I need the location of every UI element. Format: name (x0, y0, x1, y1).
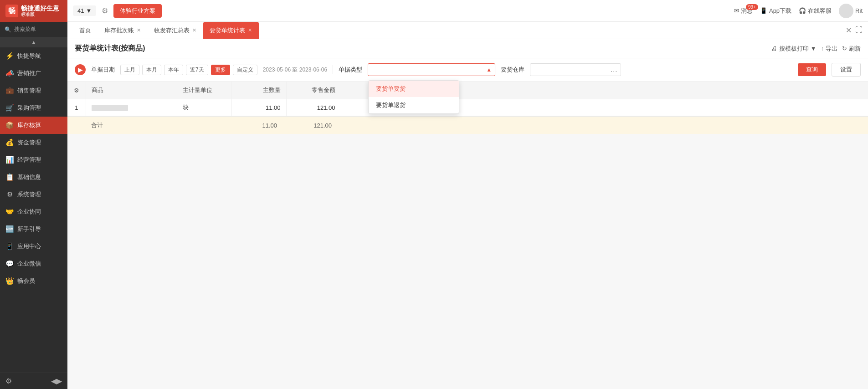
search-menu[interactable]: 🔍 搜索菜单 (0, 22, 67, 37)
quick-nav-icon: ⚡ (5, 52, 14, 60)
finance-icon: 💰 (5, 138, 14, 147)
purchase-icon: 🛒 (5, 104, 14, 112)
filter-divider (333, 65, 333, 74)
th-qty: 主数量 (231, 82, 286, 99)
btn-this-year[interactable]: 本年 (164, 65, 183, 75)
topbar: 41 ▼ ⚙ 体验行业方案 ✉ 消息 99+ 📱 App下载 🎧 在线客服 Ri… (67, 0, 868, 22)
enterprise-icon: 🤝 (5, 208, 14, 216)
sidebar-item-finance[interactable]: 💰 资金管理 (0, 134, 67, 151)
td-qty: 11.00 (231, 99, 286, 116)
company-selector[interactable]: 41 ▼ (73, 5, 96, 16)
warehouse-label: 要货仓库 (501, 66, 524, 74)
btn-this-month[interactable]: 本月 (142, 65, 161, 75)
operation-icon: 📊 (5, 156, 14, 164)
sidebar-item-guide[interactable]: 🆕 新手引导 (0, 220, 67, 238)
member-icon: 👑 (5, 277, 14, 285)
sidebar-item-enterprise[interactable]: 🤝 企业协同 (0, 203, 67, 220)
date-range-display: 2023-05-06 至 2023-06-06 (263, 66, 327, 74)
refresh-btn[interactable]: ↻ 刷新 (842, 45, 861, 53)
summary-label: 合计 (73, 121, 228, 129)
type-select-wrapper: ▲ (368, 63, 495, 76)
sidebar-item-appstore[interactable]: 📱 应用中心 (0, 238, 67, 255)
goods-placeholder (92, 105, 128, 111)
warehouse-more-icon[interactable]: … (610, 66, 617, 74)
phone-icon: 📱 (760, 7, 767, 14)
tab-inventory-batch[interactable]: 库存批次账 ✕ (98, 22, 148, 39)
sidebar-item-purchase[interactable]: 🛒 采购管理 (0, 99, 67, 117)
tab-close-order-stats[interactable]: ✕ (248, 27, 252, 33)
btn-custom-date[interactable]: 自定义 (233, 65, 257, 75)
th-goods: 商品 (86, 82, 177, 99)
topbar-settings-icon[interactable]: ⚙ (102, 6, 108, 15)
guide-icon: 🆕 (5, 225, 14, 233)
sidebar-item-operation[interactable]: 📊 经营管理 (0, 151, 67, 169)
sidebar-item-inventory[interactable]: 📦 库存核算 (0, 117, 67, 134)
btn-last-month[interactable]: 上月 (120, 65, 139, 75)
query-btn[interactable]: 查询 (798, 63, 826, 76)
sidebar-item-wechat[interactable]: 💬 企业微信 (0, 255, 67, 272)
filter-date-btns: 上月 本月 本年 近7天 更多 自定义 (120, 65, 257, 75)
tab-receive-summary[interactable]: 收发存汇总表 ✕ (148, 22, 203, 39)
tab-home[interactable]: 首页 (73, 22, 98, 39)
type-dropdown-arrow[interactable]: ▲ (486, 67, 492, 73)
dropdown-option-order-return[interactable]: 要货单退货 (369, 97, 459, 113)
filter-bar: ▶ 单据日期 上月 本月 本年 近7天 更多 自定义 2023-05-06 至 … (67, 58, 868, 82)
btn-last-7-days[interactable]: 近7天 (186, 65, 208, 75)
settings-gear-icon[interactable]: ⚙ (5, 377, 12, 385)
settings-btn[interactable]: 设置 (832, 63, 861, 77)
page-header-actions: 🖨 按模板打印 ▼ ↑ 导出 ↻ 刷新 (771, 45, 861, 53)
sidebar: 畅 畅捷通好生意 标准版 🔍 搜索菜单 ▲ ⚡ 快捷导航 📣 营销推广 💼 销售… (0, 0, 67, 389)
trial-btn[interactable]: 体验行业方案 (113, 4, 162, 18)
type-dropdown: 要货单要货 要货单退货 (368, 80, 459, 114)
th-amount: 零售金额 (286, 82, 341, 99)
sidebar-item-basic[interactable]: 📋 基础信息 (0, 169, 67, 186)
inventory-icon: 📦 (5, 121, 14, 129)
service-btn[interactable]: 🎧 在线客服 (799, 7, 832, 15)
th-settings[interactable]: ⚙ (67, 82, 86, 99)
refresh-icon: ↻ (842, 45, 847, 52)
sidebar-item-quick-nav[interactable]: ⚡ 快捷导航 (0, 47, 67, 65)
type-input[interactable] (368, 63, 495, 76)
wechat-icon: 💬 (5, 260, 14, 268)
export-icon: ↑ (821, 45, 824, 52)
sidebar-scroll-up[interactable]: ▲ (0, 37, 67, 47)
sidebar-item-marketing[interactable]: 📣 营销推广 (0, 65, 67, 82)
sidebar-item-member[interactable]: 👑 畅会员 (0, 272, 67, 290)
dropdown-option-order-goods[interactable]: 要货单要货 (369, 81, 459, 97)
date-label: 单据日期 (91, 66, 115, 74)
logo-text: 畅捷通好生意 标准版 (21, 5, 59, 18)
tabs-expand-icon[interactable]: ⛶ (855, 26, 863, 35)
table-footer: 合计 11.00 121.00 (67, 116, 868, 134)
type-label: 单据类型 (339, 66, 362, 74)
basic-icon: 📋 (5, 173, 14, 181)
messages-btn[interactable]: ✉ 消息 99+ (734, 7, 753, 15)
system-icon: ⚙ (5, 190, 14, 199)
filter-expand-btn[interactable]: ▶ (75, 64, 86, 75)
sidebar-item-sales[interactable]: 💼 销售管理 (0, 82, 67, 99)
sales-icon: 💼 (5, 87, 14, 95)
tab-order-stats[interactable]: 要货单统计表 ✕ (203, 22, 259, 39)
sidebar-item-system[interactable]: ⚙ 系统管理 (0, 186, 67, 203)
tabs-close-all-icon[interactable]: ✕ (846, 26, 852, 35)
btn-more-dates[interactable]: 更多 (211, 65, 230, 75)
print-template-btn[interactable]: 🖨 按模板打印 ▼ (771, 45, 817, 53)
user-avatar-area[interactable]: Rit (839, 4, 863, 18)
print-dropdown-icon: ▼ (811, 45, 817, 52)
table-row: 1 块 11.00 121.00 (67, 99, 868, 116)
table-settings-icon[interactable]: ⚙ (74, 87, 79, 94)
main-content: 41 ▼ ⚙ 体验行业方案 ✉ 消息 99+ 📱 App下载 🎧 在线客服 Ri… (67, 0, 868, 389)
warehouse-input[interactable] (530, 63, 621, 76)
logo-icon: 畅 (5, 5, 18, 17)
marketing-icon: 📣 (5, 69, 14, 77)
topbar-right: ✉ 消息 99+ 📱 App下载 🎧 在线客服 Rit (734, 4, 863, 18)
page-header: 要货单统计表(按商品) 🖨 按模板打印 ▼ ↑ 导出 ↻ 刷新 (67, 39, 868, 58)
app-download-btn[interactable]: 📱 App下载 (760, 7, 791, 15)
tab-close-inventory-batch[interactable]: ✕ (137, 27, 141, 33)
export-btn[interactable]: ↑ 导出 (821, 45, 838, 53)
message-icon: ✉ (734, 7, 739, 14)
headset-icon: 🎧 (799, 7, 806, 14)
td-goods (86, 99, 177, 116)
summary-qty: 11.00 (228, 122, 282, 129)
tab-close-receive-summary[interactable]: ✕ (192, 27, 196, 33)
collapse-sidebar-icon[interactable]: ◀▶ (51, 377, 62, 385)
